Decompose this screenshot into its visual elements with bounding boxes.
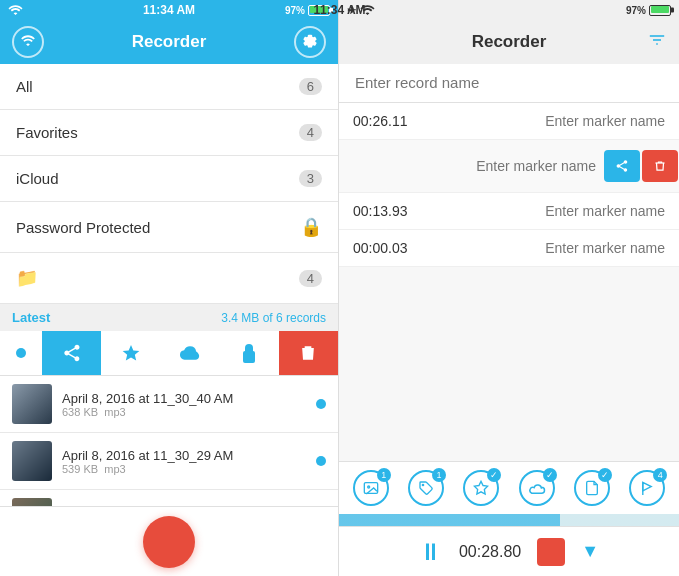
wifi-icon (8, 4, 23, 17)
lock-toolbar-btn[interactable] (220, 331, 279, 375)
filter-button[interactable] (647, 32, 667, 52)
marker-row-2: 00:13.93 (339, 193, 679, 230)
record-name-input[interactable] (355, 74, 663, 91)
playback-bar: ⏸ 00:28.80 ▼ (339, 526, 679, 576)
stop-button[interactable] (537, 538, 565, 566)
svg-rect-0 (243, 351, 255, 363)
bottom-icon-cloud[interactable]: ✓ (519, 470, 555, 506)
record-title-0: April 8, 2016 at 11_30_40 AM (62, 391, 306, 406)
wifi-button[interactable] (12, 26, 44, 58)
marker-input-2[interactable] (421, 203, 665, 219)
marker-actions (604, 150, 678, 182)
marker-row-3: 00:00.03 (339, 230, 679, 267)
right-spacer (339, 267, 679, 461)
status-left (8, 4, 23, 17)
cloud-toolbar-btn[interactable] (160, 331, 219, 375)
right-battery-icon (649, 5, 671, 16)
marker-share-btn[interactable] (604, 150, 640, 182)
category-all-label: All (16, 78, 33, 95)
lock-icon: 🔒 (300, 216, 322, 238)
record-meta-0: 638 KB mp3 (62, 406, 306, 418)
category-all-badge: 6 (299, 78, 322, 95)
category-favorites[interactable]: Favorites 4 (0, 110, 338, 156)
category-icloud[interactable]: iCloud 3 (0, 156, 338, 202)
record-meta-1: 539 KB mp3 (62, 463, 306, 475)
delete-toolbar-btn[interactable] (279, 331, 338, 375)
record-dot-1 (316, 456, 326, 466)
flag-icon-circle: 4 (629, 470, 665, 506)
category-folder[interactable]: 📁 4 (0, 253, 338, 304)
toolbar-row (0, 331, 338, 376)
status-time: 11:34 AM (143, 3, 195, 17)
tag-icon-circle: 1 (408, 470, 444, 506)
right-panel: ✈ 11:34 AM 97% Recorder 00:26.11 (339, 0, 679, 576)
record-btn-area (0, 506, 338, 576)
marker-time-2: 00:13.93 (353, 203, 413, 219)
record-info-1: April 8, 2016 at 11_30_29 AM 539 KB mp3 (62, 448, 306, 475)
category-icloud-badge: 3 (299, 170, 322, 187)
marker-input-0[interactable] (421, 113, 665, 129)
category-all[interactable]: All 6 (0, 64, 338, 110)
record-thumb-1 (12, 441, 52, 481)
bottom-icon-tag[interactable]: 1 (408, 470, 444, 506)
record-item-2[interactable]: April 8, 2016 at 11_29_50 AM 772 KB mp3 (0, 490, 338, 506)
doc-badge: ✓ (598, 468, 612, 482)
svg-marker-7 (475, 481, 488, 494)
marker-time-3: 00:00.03 (353, 240, 413, 256)
svg-point-6 (422, 484, 423, 485)
waveform-bar (339, 514, 679, 526)
share-toolbar-btn[interactable] (42, 331, 101, 375)
bottom-icons: 1 1 ✓ ✓ ✓ (339, 461, 679, 514)
marker-row-0: 00:26.11 (339, 103, 679, 140)
record-button[interactable] (143, 516, 195, 568)
record-info-0: April 8, 2016 at 11_30_40 AM 638 KB mp3 (62, 391, 306, 418)
left-panel: 11:34 AM 97% Recorder All 6 Favorites 4 (0, 0, 339, 576)
toolbar-dot (0, 331, 42, 375)
star-badge: ✓ (487, 468, 501, 482)
image-icon-circle: 1 (353, 470, 389, 506)
category-favorites-label: Favorites (16, 124, 78, 141)
marker-input-1[interactable] (421, 158, 596, 174)
category-password[interactable]: Password Protected 🔒 (0, 202, 338, 253)
category-list: All 6 Favorites 4 iCloud 3 Password Prot… (0, 64, 338, 304)
left-header-title: Recorder (132, 32, 207, 52)
left-header: Recorder (0, 20, 338, 64)
marker-row-1 (339, 140, 679, 193)
record-title-1: April 8, 2016 at 11_30_29 AM (62, 448, 306, 463)
pause-button[interactable]: ⏸ (419, 538, 443, 566)
settings-button[interactable] (294, 26, 326, 58)
tag-badge: 1 (432, 468, 446, 482)
latest-label: Latest (12, 310, 50, 325)
right-header-title: Recorder (472, 32, 547, 52)
battery-pct: 97% (285, 5, 305, 16)
category-folder-badge: 4 (299, 270, 322, 287)
right-battery-pct: 97% (626, 5, 646, 16)
bottom-icon-image[interactable]: 1 (353, 470, 389, 506)
marker-delete-btn[interactable] (642, 150, 678, 182)
left-status-bar: 11:34 AM 97% (0, 0, 338, 20)
right-header: Recorder (339, 20, 679, 64)
latest-section-header: Latest 3.4 MB of 6 records (0, 304, 338, 331)
cloud-badge: ✓ (543, 468, 557, 482)
marker-input-3[interactable] (421, 240, 665, 256)
star-icon-circle: ✓ (463, 470, 499, 506)
record-item-1[interactable]: April 8, 2016 at 11_30_29 AM 539 KB mp3 (0, 433, 338, 490)
category-password-label: Password Protected (16, 219, 150, 236)
waveform-area (339, 514, 679, 526)
bottom-icon-doc[interactable]: ✓ (574, 470, 610, 506)
folder-item: 📁 (16, 267, 38, 289)
blue-dot (16, 348, 26, 358)
down-arrow-button[interactable]: ▼ (581, 541, 599, 562)
folder-icon: 📁 (16, 267, 38, 289)
cloud-icon-circle: ✓ (519, 470, 555, 506)
record-thumb-2 (12, 498, 52, 506)
record-item-0[interactable]: April 8, 2016 at 11_30_40 AM 638 KB mp3 (0, 376, 338, 433)
bottom-icon-flag[interactable]: 4 (629, 470, 665, 506)
record-name-area (339, 64, 679, 103)
bottom-icon-star[interactable]: ✓ (463, 470, 499, 506)
star-toolbar-btn[interactable] (101, 331, 160, 375)
svg-point-5 (367, 486, 369, 488)
record-thumb-0 (12, 384, 52, 424)
playback-time: 00:28.80 (459, 543, 521, 561)
category-favorites-badge: 4 (299, 124, 322, 141)
